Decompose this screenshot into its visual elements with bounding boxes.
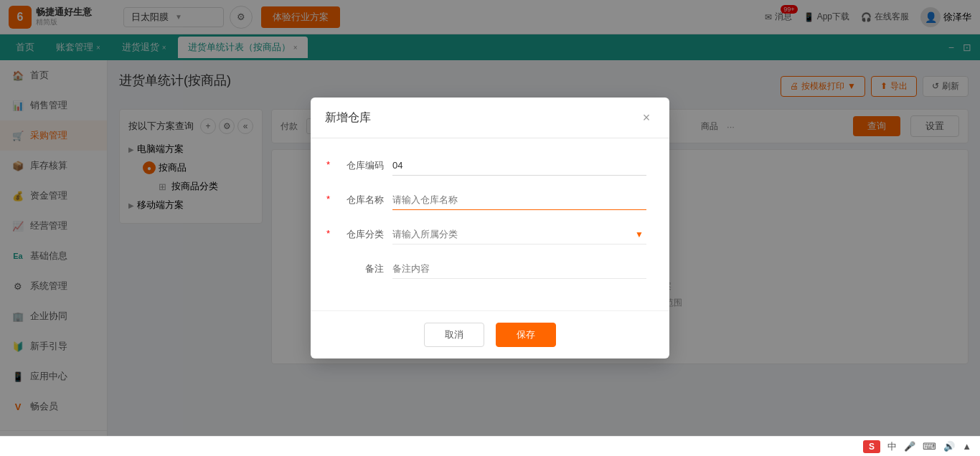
save-button[interactable]: 保存 bbox=[496, 323, 556, 347]
modal-header: 新增仓库 × bbox=[311, 98, 669, 138]
category-dropdown-arrow[interactable]: ▼ bbox=[635, 229, 644, 239]
name-label: 仓库名称 bbox=[334, 194, 384, 206]
name-input[interactable] bbox=[392, 190, 646, 210]
category-wrapper: ▼ bbox=[392, 224, 646, 244]
cancel-button[interactable]: 取消 bbox=[424, 323, 484, 347]
bottom-status-bar: S 中 🎤 ⌨ 🔊 ▲ bbox=[0, 436, 980, 456]
form-row-code: 仓库编码 bbox=[334, 156, 646, 176]
note-input[interactable] bbox=[392, 259, 646, 279]
category-input[interactable] bbox=[392, 224, 646, 244]
bottom-keyboard-icon: ⌨ bbox=[923, 441, 936, 452]
form-row-note: 备注 bbox=[334, 259, 646, 279]
modal-dialog: 新增仓库 × 仓库编码 仓库名称 仓库分类 ▼ bbox=[311, 98, 669, 358]
modal-footer: 取消 保存 bbox=[311, 310, 669, 358]
modal-body: 仓库编码 仓库名称 仓库分类 ▼ 备注 bbox=[311, 138, 669, 310]
modal-overlay[interactable]: 新增仓库 × 仓库编码 仓库名称 仓库分类 ▼ bbox=[0, 0, 980, 456]
bottom-up-icon: ▲ bbox=[962, 441, 971, 452]
bottom-speaker-icon: 🔊 bbox=[943, 441, 955, 452]
category-label: 仓库分类 bbox=[334, 228, 384, 241]
bottom-zh-label: 中 bbox=[887, 440, 897, 453]
modal-close-button[interactable]: × bbox=[638, 109, 655, 126]
modal-title: 新增仓库 bbox=[325, 110, 371, 125]
bottom-mic-icon: 🎤 bbox=[904, 441, 915, 452]
form-row-category: 仓库分类 ▼ bbox=[334, 224, 646, 244]
bottom-s-icon: S bbox=[863, 440, 880, 453]
code-input[interactable] bbox=[392, 156, 646, 176]
form-row-name: 仓库名称 bbox=[334, 190, 646, 210]
note-label: 备注 bbox=[334, 262, 384, 275]
code-label: 仓库编码 bbox=[334, 159, 384, 172]
